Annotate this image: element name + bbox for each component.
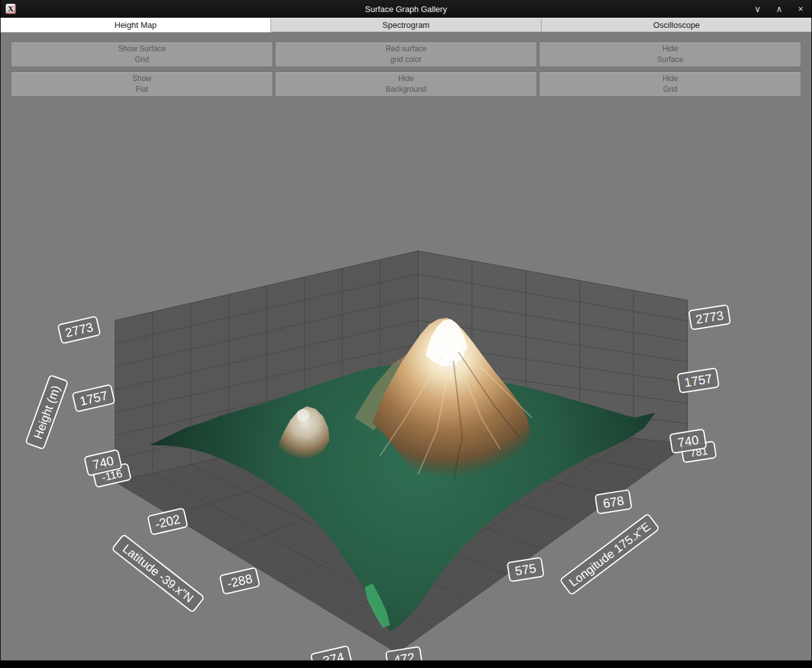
height-tick-2773-right: 2773	[688, 305, 730, 329]
latitude-axis-title: Latitude -39.x"N	[112, 534, 205, 612]
toggle-surface-button[interactable]: HideSurface	[539, 42, 801, 67]
app-window: X Surface Graph Gallery ∨ ∧ × Height Map…	[1, 0, 811, 660]
svg-text:Latitude -39.x"N: Latitude -39.x"N	[120, 542, 196, 605]
svg-text:Longitude 175.x"E: Longitude 175.x"E	[567, 520, 653, 589]
height-tick-1757-left: 1757	[72, 384, 115, 412]
height-tick-2773-left: 2773	[58, 316, 100, 343]
title-bar[interactable]: X Surface Graph Gallery ∨ ∧ ×	[1, 0, 811, 18]
toggle-grid-button[interactable]: HideGrid	[539, 72, 801, 97]
close-button[interactable]: ×	[795, 0, 806, 18]
longitude-axis-title: Longitude 175.x"E	[560, 514, 659, 595]
latitude-tick-n374: -374	[311, 646, 352, 660]
tab-spectrogram[interactable]: Spectrogram	[271, 18, 542, 32]
toggle-surface-grid-button[interactable]: Show SurfaceGrid	[11, 42, 273, 67]
tab-bar: Height Map Spectrogram Oscilloscope	[1, 18, 811, 32]
toggle-background-button[interactable]: HideBackground	[275, 72, 537, 97]
surface-grid-color-button[interactable]: Red surfacegrid color	[275, 42, 537, 67]
control-buttons: Show SurfaceGrid Red surfacegrid color H…	[1, 32, 811, 97]
height-axis-title: Height (m)	[25, 375, 68, 449]
maximize-button[interactable]: ∧	[773, 0, 785, 18]
tab-height-map[interactable]: Height Map	[1, 18, 271, 32]
surface-3d-plot[interactable]: 2773 1757 -116 740 Height (m) -	[1, 32, 811, 660]
toggle-flat-button[interactable]: ShowFlat	[11, 72, 273, 97]
tab-oscilloscope[interactable]: Oscilloscope	[542, 18, 811, 32]
latitude-tick-n202: -202	[148, 508, 187, 534]
window-title: Surface Graph Gallery	[1, 4, 811, 14]
shade-button[interactable]: ∨	[752, 0, 763, 18]
latitude-tick-n288: -288	[220, 567, 260, 594]
